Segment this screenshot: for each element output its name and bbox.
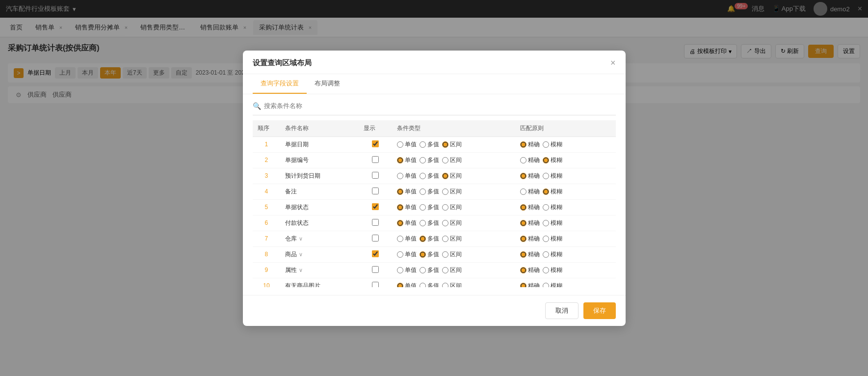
radio-match[interactable]: 模糊 <box>543 250 562 259</box>
table-row: 5单据状态单值多值区间精确模糊 <box>253 199 616 215</box>
radio-type-type_single[interactable]: 单值 <box>397 140 417 149</box>
radio-match[interactable]: 精确 <box>520 235 540 243</box>
th-match: 匹配原则 <box>515 120 616 137</box>
show-checkbox[interactable] <box>372 250 379 257</box>
radio-match[interactable]: 模糊 <box>543 156 562 164</box>
radio-type-type_single[interactable]: 单值 <box>397 266 417 274</box>
cell-order: 10 <box>253 278 281 287</box>
dialog-header: 设置查询区域布局 × <box>243 51 626 74</box>
cell-name: 预计到货日期 <box>280 168 358 184</box>
radio-type-type_range[interactable]: 区间 <box>442 219 462 227</box>
radio-type-type_range[interactable]: 区间 <box>442 250 462 259</box>
dialog-footer: 取消 保存 <box>243 295 626 326</box>
show-checkbox[interactable] <box>372 219 379 226</box>
radio-type-type_range[interactable]: 区间 <box>442 172 462 180</box>
cell-type: 单值多值区间 <box>392 168 515 184</box>
config-table: 顺序 条件名称 显示 条件类型 匹配原则 1单据日期单值多值区间精确模糊2单据编… <box>253 120 616 287</box>
table-row: 9属性 ∨单值多值区间精确模糊 <box>253 262 616 278</box>
table-row: 3预计到货日期单值多值区间精确模糊 <box>253 168 616 184</box>
radio-type-type_multi[interactable]: 多值 <box>420 250 439 259</box>
cell-match: 精确模糊 <box>515 152 616 168</box>
radio-match[interactable]: 模糊 <box>543 219 562 227</box>
show-checkbox[interactable] <box>372 172 379 179</box>
radio-type-type_multi[interactable]: 多值 <box>420 203 439 212</box>
radio-match[interactable]: 模糊 <box>543 188 562 196</box>
radio-type-type_range[interactable]: 区间 <box>442 156 462 164</box>
radio-match[interactable]: 精确 <box>520 266 540 274</box>
radio-match[interactable]: 精确 <box>520 203 540 212</box>
radio-type-type_single[interactable]: 单值 <box>397 156 417 164</box>
dialog-overlay: 设置查询区域布局 × 查询字段设置 布局调整 🔍 顺序 条件名称 显示 <box>0 0 868 376</box>
show-checkbox[interactable] <box>372 266 379 273</box>
radio-match[interactable]: 精确 <box>520 156 540 164</box>
table-scroll-area: 顺序 条件名称 显示 条件类型 匹配原则 1单据日期单值多值区间精确模糊2单据编… <box>253 120 616 287</box>
radio-match[interactable]: 精确 <box>520 219 540 227</box>
radio-match[interactable]: 模糊 <box>543 203 562 212</box>
th-name: 条件名称 <box>280 120 358 137</box>
radio-type-type_multi[interactable]: 多值 <box>420 140 439 149</box>
radio-match[interactable]: 精确 <box>520 172 540 180</box>
radio-type-type_single[interactable]: 单值 <box>397 219 417 227</box>
cell-name: 备注 <box>280 184 358 199</box>
radio-type-type_multi[interactable]: 多值 <box>420 282 439 287</box>
cell-show <box>359 136 392 152</box>
radio-type-type_range[interactable]: 区间 <box>442 266 462 274</box>
table-row: 2单据编号单值多值区间精确模糊 <box>253 152 616 168</box>
cell-type: 单值多值区间 <box>392 262 515 278</box>
radio-type-type_range[interactable]: 区间 <box>442 235 462 243</box>
radio-type-type_multi[interactable]: 多值 <box>420 266 439 274</box>
dialog-close-button[interactable]: × <box>610 58 616 67</box>
radio-match[interactable]: 精确 <box>520 282 540 287</box>
radio-match[interactable]: 模糊 <box>543 235 562 243</box>
radio-match[interactable]: 模糊 <box>543 140 562 149</box>
radio-type-type_single[interactable]: 单值 <box>397 203 417 212</box>
radio-type-type_single[interactable]: 单值 <box>397 282 417 287</box>
tab-query-fields[interactable]: 查询字段设置 <box>253 74 307 94</box>
radio-type-type_multi[interactable]: 多值 <box>420 235 439 243</box>
search-box: 🔍 <box>253 102 616 115</box>
th-show: 显示 <box>359 120 392 137</box>
dialog-tab-bar: 查询字段设置 布局调整 <box>243 74 626 94</box>
show-checkbox[interactable] <box>372 235 379 242</box>
cell-order: 6 <box>253 215 281 231</box>
radio-type-type_range[interactable]: 区间 <box>442 203 462 212</box>
cell-order: 8 <box>253 246 281 262</box>
cell-order: 7 <box>253 231 281 246</box>
radio-type-type_range[interactable]: 区间 <box>442 188 462 196</box>
radio-type-type_range[interactable]: 区间 <box>442 282 462 287</box>
search-input[interactable] <box>264 102 362 109</box>
tab-layout-adjust[interactable]: 布局调整 <box>307 74 348 94</box>
show-checkbox[interactable] <box>372 203 379 210</box>
cell-order: 2 <box>253 152 281 168</box>
show-checkbox[interactable] <box>372 156 379 163</box>
radio-type-type_single[interactable]: 单值 <box>397 172 417 180</box>
radio-type-type_multi[interactable]: 多值 <box>420 156 439 164</box>
cell-order: 9 <box>253 262 281 278</box>
radio-match[interactable]: 精确 <box>520 188 540 196</box>
radio-type-type_multi[interactable]: 多值 <box>420 188 439 196</box>
cell-show <box>359 262 392 278</box>
show-checkbox[interactable] <box>372 140 379 147</box>
radio-match[interactable]: 精确 <box>520 250 540 259</box>
cell-match: 精确模糊 <box>515 136 616 152</box>
radio-match[interactable]: 精确 <box>520 140 540 149</box>
radio-type-type_multi[interactable]: 多值 <box>420 172 439 180</box>
cell-name: 单据日期 <box>280 136 358 152</box>
cell-match: 精确模糊 <box>515 168 616 184</box>
radio-type-type_single[interactable]: 单值 <box>397 235 417 243</box>
show-checkbox[interactable] <box>372 188 379 194</box>
cancel-button[interactable]: 取消 <box>545 302 579 319</box>
show-checkbox[interactable] <box>372 282 379 287</box>
cell-type: 单值多值区间 <box>392 152 515 168</box>
radio-match[interactable]: 模糊 <box>543 172 562 180</box>
radio-type-type_single[interactable]: 单值 <box>397 188 417 196</box>
radio-match[interactable]: 模糊 <box>543 282 562 287</box>
radio-type-type_range[interactable]: 区间 <box>442 140 462 149</box>
cell-show <box>359 168 392 184</box>
radio-type-type_multi[interactable]: 多值 <box>420 219 439 227</box>
save-button[interactable]: 保存 <box>583 302 616 319</box>
cell-type: 单值多值区间 <box>392 136 515 152</box>
radio-type-type_single[interactable]: 单值 <box>397 250 417 259</box>
cell-name: 单据状态 <box>280 199 358 215</box>
radio-match[interactable]: 模糊 <box>543 266 562 274</box>
